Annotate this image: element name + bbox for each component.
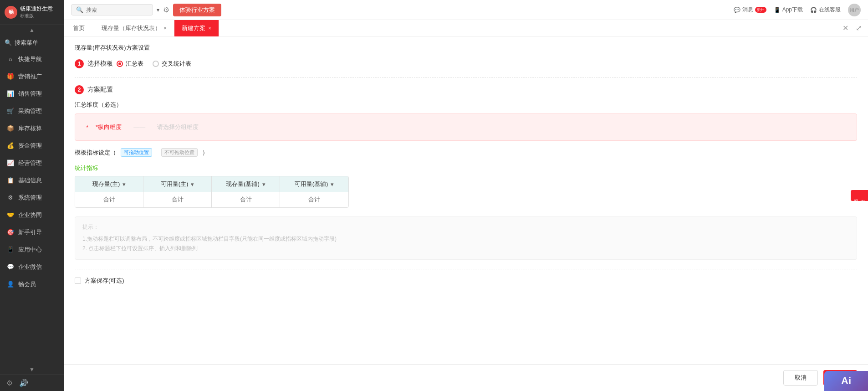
sidebar-item-app-center[interactable]: 📱 应用中心 (0, 241, 64, 258)
sidebar-item-member[interactable]: 👤 畅会员 (0, 276, 64, 293)
sidebar-item-marketing[interactable]: 🎁 营销推广 (0, 68, 64, 85)
speaker-icon[interactable]: 🔊 (19, 379, 28, 387)
non-draggable-tag: 不可拖动位置 (161, 148, 198, 157)
sidebar-item-label: 基础信息 (18, 176, 42, 185)
indicator-col-header-3: 现存量(基辅) ▾ (212, 176, 280, 192)
indicator-body-col-1: 合计 (75, 192, 143, 207)
app-logo-icon: 畅 (5, 6, 17, 19)
tab-home[interactable]: 首页 (64, 20, 94, 36)
header-search-bar[interactable]: 🔍 (71, 4, 153, 15)
user-avatar[interactable]: 用户 (848, 4, 861, 16)
sidebar-item-sales[interactable]: 📊 销售管理 (0, 85, 64, 103)
page-footer: 取消 查询 (64, 364, 868, 391)
sidebar-item-newbie[interactable]: 🎯 新手引导 (0, 224, 64, 241)
tab-inventory-close[interactable]: × (163, 25, 167, 31)
chart-icon: 📊 (6, 90, 15, 98)
pink-dimension-area: * *纵向维度 —— 请选择分组维度 (75, 113, 857, 141)
sidebar-search[interactable]: 🔍 搜索菜单 (0, 35, 64, 51)
member-icon: 👤 (6, 280, 15, 288)
mobile-icon: 📱 (6, 246, 15, 254)
sidebar-item-label: 资金管理 (18, 142, 42, 150)
operations-icon: 📈 (6, 159, 15, 167)
app-name: 畅康通好生意 (20, 5, 53, 13)
tab-close-btn[interactable]: ✕ (841, 23, 850, 33)
chevron-down-icon: ▾ (157, 7, 159, 13)
sidebar-logo: 畅 畅康通好生意 标准版 (0, 0, 64, 25)
tips-title: 提示： (82, 222, 849, 232)
sidebar-search-label: 搜索菜单 (15, 39, 38, 47)
radio-summary[interactable]: 汇总表 (117, 60, 143, 68)
indicator-col-dropdown-4[interactable]: ▾ (331, 181, 334, 188)
ai-badge[interactable]: Ai (824, 371, 868, 391)
template-radio-group: 汇总表 交叉统计表 (117, 60, 191, 68)
cancel-button[interactable]: 取消 (783, 370, 818, 386)
indicator-col-dropdown-3[interactable]: ▾ (262, 181, 266, 188)
header-right: 💬 消息 99+ 📱 App下载 🎧 在线客服 用户 (734, 4, 861, 16)
customer-service-btn[interactable]: 🎧 在线客服 (810, 6, 841, 14)
sidebar-item-basic-info[interactable]: 📋 基础信息 (0, 172, 64, 189)
save-checkbox[interactable] (75, 278, 81, 284)
messages-btn[interactable]: 💬 消息 99+ (734, 6, 766, 14)
scroll-up-btn[interactable]: ▲ (0, 25, 64, 35)
settings-icon[interactable]: ⚙ (6, 379, 13, 387)
sidebar-item-system[interactable]: ⚙ 系统管理 (0, 189, 64, 206)
app-tag: 标准版 (20, 13, 53, 19)
sidebar-item-label: 新手引导 (18, 228, 42, 237)
wechat-icon: 💬 (6, 263, 15, 271)
indicator-col-label-1: 现存量(主) (92, 180, 120, 188)
customer-service-label: 在线客服 (819, 6, 841, 14)
indicator-settings: 模板指标设定（ 可拖动位置 不可拖动位置 ） (75, 148, 857, 157)
gear-settings-icon[interactable]: ⚙ (163, 5, 169, 14)
tab-expand-btn[interactable]: ⤢ (854, 23, 863, 33)
stats-indicator-title: 统计指标 (75, 164, 857, 172)
indicator-body-col-4: 合计 (280, 192, 348, 207)
sidebar-footer: ⚙ 🔊 (0, 375, 64, 391)
home-icon: ⌂ (6, 55, 15, 63)
radio-cross[interactable]: 交叉统计表 (153, 60, 191, 68)
mobile-icon: 📱 (774, 7, 781, 13)
sidebar-item-label: 采购管理 (18, 107, 42, 115)
sidebar-nav: ⌂ 快捷导航 🎁 营销推广 📊 销售管理 🛒 采购管理 📦 库存核算 💰 资金管… (0, 51, 64, 365)
dimension-dash: —— (133, 124, 145, 131)
dimension-placeholder: 请选择分组维度 (157, 123, 199, 131)
box-icon: 📦 (6, 124, 15, 133)
sidebar-item-quick-nav[interactable]: ⌂ 快捷导航 (0, 51, 64, 68)
indicator-col-label-2: 可用量(主) (161, 180, 189, 188)
tab-new-plan-close[interactable]: × (208, 25, 211, 31)
sidebar-item-label: 应用中心 (18, 246, 42, 254)
indicator-body-val-1: 合计 (103, 196, 115, 203)
sidebar-item-operations[interactable]: 📈 经营管理 (0, 154, 64, 172)
step1-label: 选择模板 (87, 60, 113, 68)
search-icon: 🔍 (5, 39, 12, 46)
target-icon: 🎯 (6, 228, 15, 237)
vertical-dimension-label: *纵向维度 (96, 123, 122, 131)
header-search-input[interactable] (86, 7, 141, 13)
app-download-btn[interactable]: 📱 App下载 (774, 6, 803, 14)
sidebar-item-wechat[interactable]: 💬 企业微信 (0, 258, 64, 276)
headset-icon: 🎧 (810, 7, 817, 13)
industry-btn[interactable]: 体验行业方案 (173, 4, 221, 16)
indicator-body-val-4: 合计 (308, 196, 320, 203)
indicator-col-dropdown-2[interactable]: ▾ (191, 181, 194, 188)
indicator-col-dropdown-1[interactable]: ▾ (123, 181, 126, 188)
sidebar-item-label: 畅会员 (18, 280, 36, 288)
sidebar-item-label: 快捷导航 (18, 55, 42, 63)
page-content: 现存量(库存状况表)方案设置 1 选择模板 汇总表 交叉统计表 (64, 36, 868, 364)
sidebar-item-inventory[interactable]: 📦 库存核算 (0, 120, 64, 137)
tab-inventory-status[interactable]: 现存量（库存状况表） × (94, 20, 174, 36)
indicator-table-header: 现存量(主) ▾ 可用量(主) ▾ 现存量(基辅) ▾ 可用量(基辅) (75, 176, 348, 192)
top-header: 🔍 ▾ ⚙ 体验行业方案 💬 消息 99+ 📱 App下载 🎧 在线客服 (64, 0, 868, 20)
indicator-col-header-4: 可用量(基辅) ▾ (280, 176, 348, 192)
right-edge-tab[interactable]: 客服 (851, 190, 868, 201)
tab-bar: 首页 现存量（库存状况表） × 新建方案 × ✕ ⤢ (64, 20, 868, 36)
tab-new-plan[interactable]: 新建方案 × (174, 20, 219, 36)
tips-area: 提示： 1.拖动标题栏可以调整布局，不可跨维度或指标区域拖动栏目字段(只能在同一… (75, 216, 857, 260)
sidebar-item-cooperation[interactable]: 🤝 企业协同 (0, 206, 64, 224)
step1-block: 1 选择模板 汇总表 交叉统计表 (75, 59, 857, 68)
indicator-table: 现存量(主) ▾ 可用量(主) ▾ 现存量(基辅) ▾ 可用量(基辅) (75, 176, 349, 208)
messages-badge: 99+ (755, 7, 766, 13)
scroll-down-btn[interactable]: ▼ (0, 365, 64, 375)
sidebar-item-finance[interactable]: 💰 资金管理 (0, 137, 64, 154)
header-dropdown-btn[interactable]: ▾ (157, 7, 159, 13)
sidebar-item-purchase[interactable]: 🛒 采购管理 (0, 103, 64, 120)
